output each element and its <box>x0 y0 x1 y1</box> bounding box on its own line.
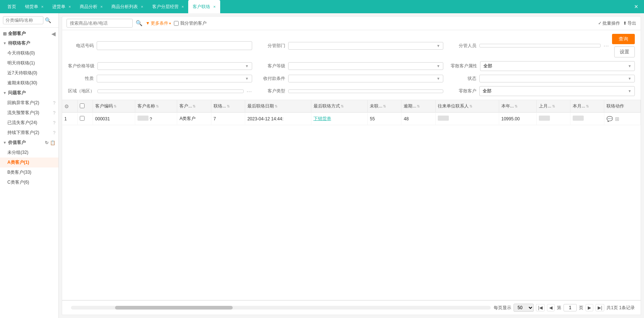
contact-icon[interactable]: 💬 <box>607 116 613 122</box>
region-dots-btn[interactable]: ··· <box>247 88 252 94</box>
row-last-contact-method-value[interactable]: 下销货单 <box>314 116 331 121</box>
more-conditions-btn[interactable]: ▼ 更多条件 ▾ <box>146 20 171 26</box>
refresh-icon[interactable]: ↻ <box>45 140 49 145</box>
sidebar-item-churned[interactable]: 已流失客户(24) ? <box>0 118 58 128</box>
close-window-icon[interactable]: × <box>631 3 641 11</box>
filter-search-input[interactable] <box>67 19 133 28</box>
query-button[interactable]: 查询 <box>612 34 635 44</box>
overdue-contact-label: 逾期未联络(30) <box>7 80 37 86</box>
tab-home[interactable]: 首页 <box>3 0 21 13</box>
qr-icon[interactable]: ⊞ <box>615 116 619 122</box>
phone-input[interactable] <box>97 41 252 50</box>
tab-customer-segment-close[interactable]: × <box>182 4 184 9</box>
table-header-row: ⚙ 客户编码 ⇅ 客户名称 <box>62 100 641 113</box>
value-customers-header[interactable]: ▼ 价值客户 ↻ 📋 <box>0 138 58 148</box>
batch-op-btn[interactable]: ✓ 批量操作 <box>598 20 620 26</box>
next-page-btn[interactable]: ▶ <box>586 304 593 311</box>
region-label: 区域（地区） <box>68 88 94 94</box>
tab-customer-contact-close[interactable]: × <box>213 4 215 9</box>
sort-icon-contacts: ⇅ <box>227 104 230 108</box>
table-settings-icon[interactable]: ⚙ <box>64 103 69 109</box>
scrollbar-thumb[interactable] <box>115 306 233 310</box>
col-last-contact-method-label: 最后联络方式 <box>314 103 340 109</box>
filter-icon: ▼ <box>146 21 150 26</box>
customer-type-select[interactable] <box>288 89 444 93</box>
sort-icon-date: ⇅ <box>275 104 278 108</box>
region-select[interactable] <box>97 89 244 93</box>
row-uncontacted-value: 55 <box>370 116 375 121</box>
last-page-btn[interactable]: ▶| <box>595 304 604 311</box>
row-name: ? <box>135 113 177 125</box>
filter-bar: 🔍 ▼ 更多条件 ▾ 我分管的客户 ✓ 批量操作 ⬆ 导出 <box>62 16 641 30</box>
col-customer-type: 客户... ⇅ <box>177 100 211 113</box>
page-size-select[interactable]: 50 100 <box>514 304 534 312</box>
retail-attr-select[interactable]: 全部 ▼ <box>480 61 635 71</box>
retail-customer-select[interactable]: 全部 ▼ <box>479 86 635 96</box>
sidebar-item-tomorrow[interactable]: 明天待联络(1) <box>0 58 58 68</box>
ungrouped-label: 未分组(32) <box>7 149 28 156</box>
sidebar-item-a-class[interactable]: A类客户(1) <box>0 158 58 167</box>
pay-cond-select[interactable]: ▼ <box>288 75 444 82</box>
row-uncontacted: 55 <box>368 113 401 125</box>
dept-select[interactable]: ▼ <box>288 42 444 50</box>
problem-customers-section: ▼ 问题客户 回购异常客户(2) ? 流失预警客户(3) ? 已流失客户(24)… <box>0 88 58 138</box>
tab-customer-segment[interactable]: 客户分层经营 × <box>148 0 188 13</box>
sidebar-search-input[interactable] <box>3 16 43 24</box>
row-checkbox[interactable] <box>80 116 85 121</box>
batch-op-icon: ✓ <box>598 21 602 26</box>
sidebar: 🔍 ⊞ 全部客户 ◀ ▼ 待联络客户 今天待联络(0) 明天待联络(1) 近7天… <box>0 13 59 318</box>
row-last-month <box>536 113 570 125</box>
sidebar-item-declining[interactable]: 持续下滑客户(2) ? <box>0 128 58 138</box>
sort-icon-this-month: ⇅ <box>586 104 589 108</box>
sidebar-item-repurchase[interactable]: 回购异常客户(2) ? <box>0 98 58 108</box>
person-select[interactable] <box>479 44 601 47</box>
tab-product-analysis-close[interactable]: × <box>100 4 103 9</box>
sidebar-item-overdue[interactable]: 逾期未联络(30) <box>0 78 58 88</box>
problem-customers-header[interactable]: ▼ 问题客户 <box>0 88 58 98</box>
nature-select[interactable]: ▼ <box>97 75 252 82</box>
sidebar-item-ungrouped[interactable]: 未分组(32) <box>0 148 58 158</box>
page-number-input[interactable] <box>564 304 577 311</box>
last-month-badge <box>539 116 550 121</box>
retail-customer-label: 零散客户 <box>451 88 476 94</box>
add-group-icon[interactable]: 📋 <box>50 140 56 145</box>
tab-customer-contact[interactable]: 客户联络 × <box>188 0 220 13</box>
sidebar-item-7days[interactable]: 近7天待联络(0) <box>0 68 58 78</box>
col-contacts-label: 联络... <box>214 103 226 109</box>
sidebar-item-b-class[interactable]: B类客户(33) <box>0 167 58 177</box>
tab-product-list[interactable]: 商品分析列表 × <box>107 0 147 13</box>
price-grade-caret: ▼ <box>245 64 249 68</box>
col-company-contact: 往来单位联系人 ⇅ <box>435 100 499 113</box>
tab-purchase-close[interactable]: × <box>68 4 71 9</box>
tomorrow-contact-label: 明天待联络(1) <box>7 60 35 66</box>
status-select[interactable]: ▼ <box>479 75 635 82</box>
value-customers-section: ▼ 价值客户 ↻ 📋 未分组(32) A类客户(1) B类客户(33) C类客户… <box>0 138 58 187</box>
prev-page-btn[interactable]: ◀ <box>547 304 555 311</box>
horizontal-scrollbar[interactable] <box>71 306 491 310</box>
tab-purchase-order[interactable]: 进货单 × <box>48 0 75 13</box>
export-btn[interactable]: ⬆ 导出 <box>623 20 636 26</box>
price-grade-select[interactable]: ▼ <box>97 62 252 70</box>
sidebar-item-c-class[interactable]: C类客户(6) <box>0 177 58 187</box>
sidebar-item-today[interactable]: 今天待联络(0) <box>0 48 58 58</box>
tab-sales-close[interactable]: × <box>41 4 43 9</box>
select-all-checkbox[interactable] <box>80 103 85 108</box>
pending-contact-header[interactable]: ▼ 待联络客户 <box>0 38 58 48</box>
sidebar-collapse-icon[interactable]: ◀ <box>51 31 56 37</box>
first-page-btn[interactable]: |◀ <box>536 304 545 311</box>
scrollbar-area <box>68 306 494 310</box>
person-dots-btn[interactable]: ··· <box>604 43 609 49</box>
row-type: A类客户 <box>177 113 211 125</box>
customer-grade-select[interactable]: ▼ <box>288 62 444 70</box>
sidebar-item-churn-warning[interactable]: 流失预警客户(3) ? <box>0 108 58 118</box>
col-this-year-label: 本年... <box>501 103 514 109</box>
settings-button[interactable]: 设置 <box>614 46 635 57</box>
person-label: 分管人员 <box>451 43 476 49</box>
filter-search-icon[interactable]: 🔍 <box>136 20 143 26</box>
data-table-wrapper: ⚙ 客户编码 ⇅ 客户名称 <box>62 100 641 300</box>
tab-sales-order[interactable]: 销货单 × <box>21 0 48 13</box>
my-customers-checkbox[interactable] <box>174 21 179 26</box>
tab-product-list-close[interactable]: × <box>141 4 143 9</box>
sidebar-search-icon[interactable]: 🔍 <box>45 17 51 23</box>
tab-product-analysis[interactable]: 商品分析 × <box>75 0 107 13</box>
